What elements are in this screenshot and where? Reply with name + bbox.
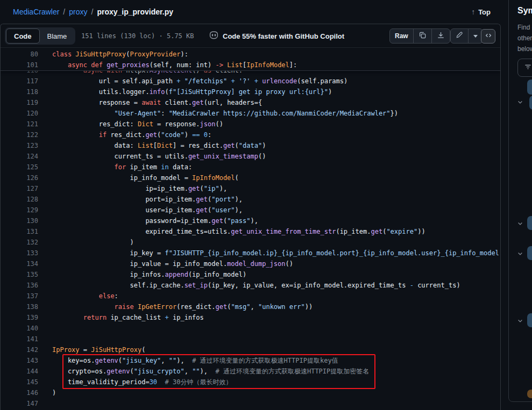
line-number[interactable]: 128 <box>1 194 38 205</box>
symbol-chip[interactable] <box>527 313 532 327</box>
line-number[interactable]: 101 <box>1 60 38 70</box>
code-line-135: 135 ip_infos.append(ip_info_model) <box>1 269 500 280</box>
code-text: current_ts = utils.get_unix_timestamp() <box>52 153 266 160</box>
code-line-143: 143 key=os.getenv("jisu_key", ""), # 通过环… <box>1 355 500 366</box>
code-line-125: 125 for ip_item in data: <box>1 162 500 172</box>
code-line-127: 127 ip=ip_item.get("ip"), <box>1 183 500 194</box>
code-text: for ip_item in data: <box>52 163 192 171</box>
line-number[interactable]: 118 <box>1 87 38 97</box>
edit-file-button[interactable] <box>451 29 468 43</box>
chevron-down-icon[interactable] <box>517 99 523 105</box>
symbol-chip[interactable] <box>527 80 532 95</box>
code-text: raise IpGetError(res_dict.get("msg", "un… <box>52 303 313 311</box>
code-blame-switch: Code Blame <box>5 27 75 45</box>
code-line-126: 126 ip_info_model = IpInfoModel( <box>1 172 500 183</box>
sticky-scope-lines: 80class JiSuHttpProxy(ProxyProvider):101… <box>1 48 500 71</box>
symbols-filter-input[interactable] <box>517 59 532 77</box>
pencil-icon <box>456 31 463 41</box>
line-number[interactable]: 138 <box>1 301 38 312</box>
symbol-chip[interactable] <box>527 246 532 260</box>
line-number[interactable]: 125 <box>1 162 38 172</box>
raw-button-group: Raw <box>389 28 450 44</box>
line-number[interactable]: 126 <box>1 172 38 183</box>
filter-icon <box>524 63 532 73</box>
line-number[interactable]: 135 <box>1 269 38 280</box>
code-line-122: 122 if res_dict.get("code") == 0: <box>1 130 500 140</box>
code-line-132: 132 ) <box>1 237 500 248</box>
code-line-133: 133 ip_key = f"JISUHTTP_{ip_info_model.i… <box>1 248 500 258</box>
copilot-banner[interactable]: Code 55% faster with GitHub Copilot <box>209 24 344 48</box>
line-number[interactable]: 127 <box>1 183 38 194</box>
line-number[interactable]: 136 <box>1 280 38 291</box>
symbols-panel: Symbols Find definitions and references … <box>508 0 532 402</box>
code-line-118: 118 utils.logger.info(f"[JiSuHttpProxy] … <box>1 87 500 97</box>
line-number[interactable]: 143 <box>1 355 38 366</box>
code-text: key=os.getenv("jisu_key", ""), # 通过环境变量的… <box>52 357 338 364</box>
line-number[interactable]: 119 <box>1 97 38 108</box>
line-number[interactable]: 141 <box>1 334 38 344</box>
line-number[interactable]: 131 <box>1 226 38 237</box>
line-number[interactable]: 147 <box>1 398 38 409</box>
download-button[interactable] <box>431 29 450 43</box>
code-line-130: 130 password=ip_item.get("pass"), <box>1 215 500 226</box>
code-text: ip_infos.append(ip_info_model) <box>52 271 246 278</box>
code-text: async def get_proxies(self, num: int) ->… <box>52 61 297 69</box>
line-number[interactable]: 121 <box>1 119 38 130</box>
line-number[interactable]: 134 <box>1 258 38 269</box>
raw-button[interactable]: Raw <box>390 29 413 43</box>
download-icon <box>437 31 445 41</box>
arrow-up-icon: ↑ <box>471 8 475 16</box>
code-text: port=ip_item.get("port"), <box>52 196 243 203</box>
tab-code[interactable]: Code <box>6 28 40 44</box>
file-toolbar: Code Blame 151 lines (130 loc) · 5.75 KB… <box>1 24 500 48</box>
code-line-134: 134 ip_value = ip_info_model.model_dump_… <box>1 258 500 269</box>
code-line-137: 137 else: <box>1 291 500 301</box>
line-number[interactable]: 124 <box>1 151 38 162</box>
line-number[interactable]: 142 <box>1 344 38 355</box>
code-text: password=ip_item.get("pass"), <box>52 217 258 225</box>
symbol-chip[interactable] <box>527 390 532 398</box>
code-text: ) <box>52 239 134 246</box>
line-number[interactable]: 145 <box>1 377 38 387</box>
code-text: url = self.api_path + "/fetchips" + '?' … <box>52 77 347 85</box>
code-line-123: 123 data: List[Dict] = res_dict.get("dat… <box>1 140 500 151</box>
line-number[interactable]: 130 <box>1 215 38 226</box>
tab-blame[interactable]: Blame <box>40 28 75 44</box>
code-text: ip=ip_item.get("ip"), <box>52 185 227 192</box>
breadcrumb-repo-link[interactable]: MediaCrawler <box>13 8 59 16</box>
symbol-chip[interactable] <box>527 216 532 230</box>
copilot-banner-text: Code 55% faster with GitHub Copilot <box>223 32 344 40</box>
line-number[interactable]: 144 <box>1 366 38 377</box>
line-number[interactable]: 133 <box>1 248 38 258</box>
symbol-chip[interactable] <box>529 96 532 110</box>
code-text: response = await client.get(url, headers… <box>52 99 262 106</box>
collapse-chevron-icon[interactable] <box>42 347 48 353</box>
chevron-down-icon[interactable] <box>517 250 523 257</box>
code-line-124: 124 current_ts = utils.get_unix_timestam… <box>1 151 500 162</box>
line-number[interactable]: 117 <box>1 76 38 87</box>
line-number[interactable]: 139 <box>1 312 38 323</box>
code-line-121: 121 res_dict: Dict = response.json() <box>1 119 500 130</box>
symbols-panel-toggle-button[interactable] <box>481 29 495 44</box>
code-line-136: 136 self.ip_cache.set_ip(ip_key, ip_valu… <box>1 280 500 291</box>
edit-dropdown-button[interactable] <box>468 29 483 43</box>
line-number[interactable]: 80 <box>1 49 38 60</box>
code-text: user=ip_item.get("user"), <box>52 206 243 214</box>
line-number[interactable]: 140 <box>1 323 38 334</box>
chevron-down-icon[interactable] <box>517 318 523 324</box>
chevron-down-icon[interactable] <box>517 220 523 227</box>
line-number[interactable]: 137 <box>1 291 38 301</box>
breadcrumb-folder-link[interactable]: proxy <box>69 8 87 16</box>
line-number[interactable]: 132 <box>1 237 38 248</box>
scroll-to-top-button[interactable]: ↑ Top <box>471 0 491 24</box>
code-text: self.ip_cache.set_ip(ip_key, ip_value, e… <box>52 282 460 289</box>
code-line-120: 120 "User-Agent": "MediaCrawler https://… <box>1 108 500 119</box>
line-number[interactable]: 120 <box>1 108 38 119</box>
line-number[interactable]: 122 <box>1 130 38 140</box>
line-number[interactable]: 123 <box>1 140 38 151</box>
edit-button-group <box>450 28 483 44</box>
copy-button[interactable] <box>413 29 431 43</box>
line-number[interactable]: 129 <box>1 205 38 215</box>
line-number[interactable]: 146 <box>1 387 38 398</box>
code-line-138: 138 raise IpGetError(res_dict.get("msg",… <box>1 301 500 312</box>
